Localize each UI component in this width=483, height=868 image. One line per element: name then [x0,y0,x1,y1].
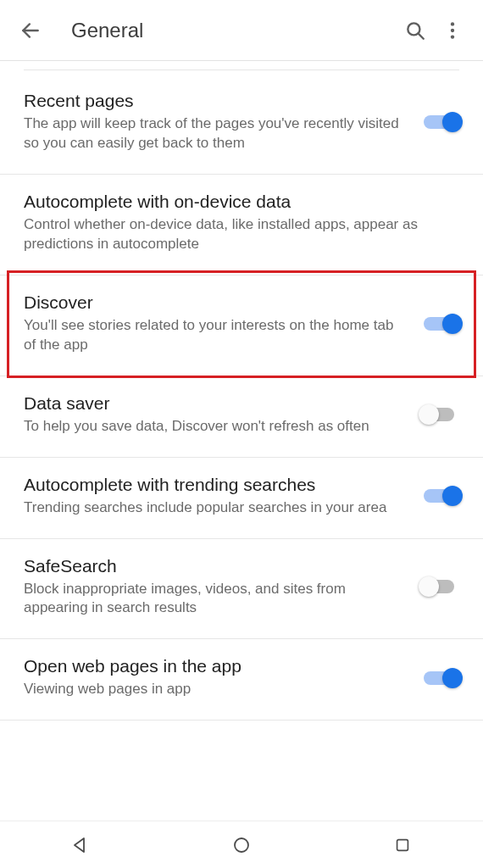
setting-title: Autocomplete with trending searches [24,475,403,495]
svg-point-5 [451,35,454,38]
svg-line-2 [418,33,423,38]
setting-row-safesearch[interactable]: SafeSearchBlock inappropriate images, vi… [0,539,483,640]
setting-description: To help you save data, Discover won't re… [24,417,403,437]
setting-description: The app will keep track of the pages you… [24,114,403,153]
setting-title: Recent pages [24,91,403,111]
setting-description: Block inappropriate images, videos, and … [24,580,403,619]
nav-recents-icon [393,836,412,854]
system-nav-bar [0,821,483,868]
settings-list: Recent pagesThe app will keep track of t… [0,70,483,721]
svg-point-3 [451,22,454,25]
toggle-datasaver[interactable] [419,402,463,427]
search-icon [404,19,426,42]
setting-row-autotrend[interactable]: Autocomplete with trending searchesTrend… [0,458,483,539]
setting-row-autodevice[interactable]: Autocomplete with on-device dataControl … [0,175,483,275]
setting-description: You'll see stories related to your inter… [24,316,403,355]
toggle-discover[interactable] [419,311,463,337]
setting-row-openinapp[interactable]: Open web pages in the appViewing web pag… [0,639,483,721]
setting-row-recent[interactable]: Recent pagesThe app will keep track of t… [0,70,483,175]
nav-back-button[interactable] [60,825,101,865]
nav-home-icon [231,835,252,855]
app-bar: General [0,0,483,61]
svg-rect-8 [397,839,408,850]
back-button[interactable] [12,12,49,49]
setting-row-discover[interactable]: DiscoverYou'll see stories related to yo… [0,275,483,376]
setting-title: Discover [24,292,403,313]
nav-recents-button[interactable] [382,825,423,865]
nav-home-button[interactable] [221,825,262,865]
more-button[interactable] [434,12,471,49]
setting-title: Data saver [24,393,403,414]
toggle-openinapp[interactable] [419,665,463,691]
svg-point-4 [451,28,454,31]
setting-title: Open web pages in the app [24,656,403,676]
svg-marker-6 [75,838,84,852]
toggle-safesearch[interactable] [419,574,463,599]
toggle-autotrend[interactable] [419,483,463,509]
toggle-recent[interactable] [419,109,463,135]
search-button[interactable] [397,12,434,49]
setting-description: Control whether on-device data, like ins… [24,215,447,254]
setting-title: Autocomplete with on-device data [24,192,447,212]
page-title: General [71,19,397,42]
setting-row-datasaver[interactable]: Data saverTo help you save data, Discove… [0,376,483,458]
svg-point-7 [235,838,248,852]
setting-description: Trending searches include popular search… [24,498,403,518]
more-vert-icon [441,19,464,42]
setting-title: SafeSearch [24,556,403,576]
setting-description: Viewing web pages in app [24,680,403,699]
nav-back-icon [70,835,91,855]
back-arrow-icon [19,19,42,42]
